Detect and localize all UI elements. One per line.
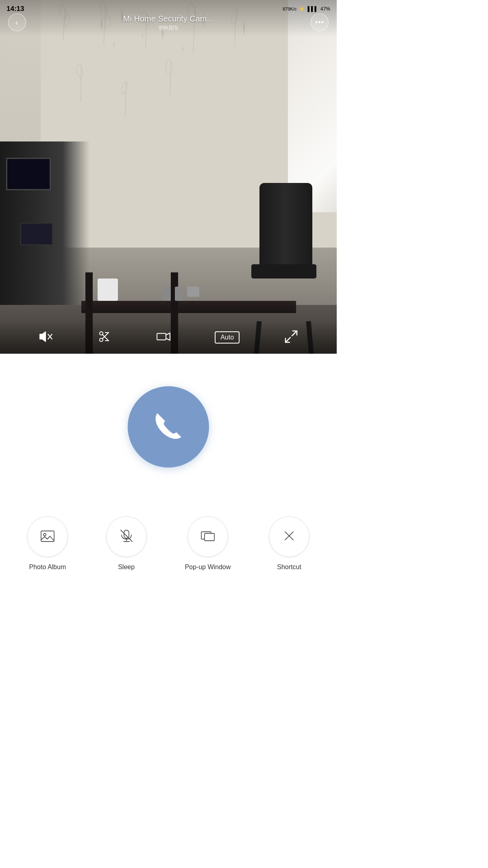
popup-window-label: Pop-up Window (185, 563, 231, 571)
svg-point-15 (165, 59, 173, 75)
mute-button[interactable] (38, 329, 53, 346)
shortcut-label: Shortcut (277, 563, 301, 571)
camera-view: ‹ Mi Home Security Cam... 99KB/S ••• (0, 0, 337, 354)
battery-percent: 47% (320, 6, 330, 12)
expand-button[interactable] (284, 329, 298, 346)
svg-point-13 (76, 64, 84, 78)
more-dots-icon: ••• (315, 18, 324, 27)
svg-rect-38 (205, 533, 214, 541)
video-button[interactable] (156, 329, 171, 346)
photo-album-action[interactable]: Photo Album (27, 516, 68, 571)
desk-items (163, 287, 199, 301)
shortcut-action[interactable]: Shortcut (269, 516, 309, 571)
photo-album-circle (27, 516, 68, 557)
mute-icon (38, 329, 53, 346)
svg-line-14 (170, 61, 171, 98)
middle-section (0, 354, 337, 500)
small-monitor (20, 223, 53, 245)
scissors-icon (97, 329, 112, 346)
photo-album-icon (39, 528, 56, 546)
back-chevron-icon: ‹ (15, 18, 18, 27)
popup-icon (200, 528, 216, 546)
svg-line-29 (292, 331, 297, 336)
svg-point-32 (44, 533, 46, 536)
status-time: 14:13 (7, 5, 24, 13)
signal-bars-icon: ▌▌▌ (307, 6, 318, 12)
svg-rect-27 (157, 333, 166, 340)
bluetooth-icon: ⚡ (299, 6, 305, 12)
svg-line-12 (81, 65, 81, 102)
auto-label: Auto (220, 334, 234, 341)
white-object (98, 278, 118, 301)
svg-point-17 (120, 80, 129, 94)
svg-marker-18 (40, 332, 46, 342)
expand-icon (284, 329, 298, 346)
call-button[interactable] (128, 386, 209, 468)
popup-circle (187, 516, 228, 557)
tv-screen (6, 158, 51, 190)
shortcut-circle (269, 516, 309, 557)
status-bar: 14:13 879K/c ⚡ ▌▌▌ 47% (0, 0, 337, 18)
scissors-button[interactable] (97, 329, 112, 346)
svg-marker-28 (166, 333, 170, 340)
sleep-label: Sleep (118, 563, 135, 571)
auto-button[interactable]: Auto (215, 331, 240, 344)
bottom-actions: Photo Album Sleep (0, 500, 337, 603)
camera-controls-bar: Auto (0, 321, 337, 354)
phone-icon (150, 408, 187, 446)
popup-window-action[interactable]: Pop-up Window (185, 516, 231, 571)
svg-line-16 (125, 81, 126, 118)
shortcut-icon (281, 528, 297, 546)
video-icon (156, 329, 171, 346)
status-icons: 879K/c ⚡ ▌▌▌ 47% (283, 6, 330, 12)
camera-speed: 99KB/S (30, 24, 307, 31)
photo-album-label: Photo Album (29, 563, 66, 571)
svg-line-30 (285, 337, 290, 342)
sleep-action[interactable]: Sleep (106, 516, 147, 571)
sleep-icon (118, 528, 135, 546)
sleep-circle (106, 516, 147, 557)
network-speed: 879K/c (283, 7, 296, 11)
svg-rect-31 (41, 531, 54, 542)
